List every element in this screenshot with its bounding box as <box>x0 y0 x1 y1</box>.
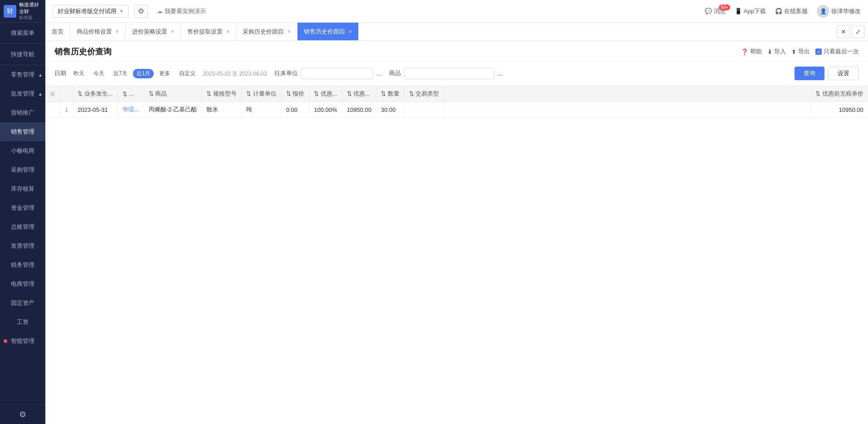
col-type[interactable]: ⇅ 交易类型 <box>404 86 444 102</box>
customer-service-button[interactable]: 🎧 在线客服 <box>775 7 808 15</box>
sidebar-item-invoice[interactable]: 发票管理 <box>0 236 45 255</box>
tabbar: 首页 商品价格设置 × 进价策略设置 × 售价提取设置 × 采购历史价跟踪 × … <box>45 23 868 41</box>
col-discount2[interactable]: ⇅ 优惠... <box>342 86 376 102</box>
row-product: 丙烯酸-2-乙基己酯 <box>144 102 202 118</box>
sidebar-item-assets[interactable]: 固定资产 <box>0 294 45 313</box>
sidebar-item-tax[interactable]: 税务管理 <box>0 255 45 275</box>
help-button[interactable]: ❓ 帮助 <box>741 48 762 56</box>
table-area: ⚙ ⇅ 业务发生... ⇅ ... ⇅ 商品 <box>45 86 868 424</box>
tab-home[interactable]: 首页 <box>45 23 70 41</box>
sidebar-item-ledger[interactable]: 总账管理 <box>0 217 45 236</box>
row-discount1: 100.00% <box>309 102 342 118</box>
version-selector[interactable]: 好业财标准版交付试用 ▼ <box>53 5 129 18</box>
date-buttons: 昨天 今天 近7天 近1月 更多 自定义 <box>70 69 199 78</box>
tab-purchase-strategy[interactable]: 进价策略设置 × <box>126 23 181 41</box>
user-profile-button[interactable]: 👤 徐泽华修改 <box>817 5 861 18</box>
search-menu-label[interactable]: 搜索菜单 <box>4 27 42 39</box>
col-more[interactable]: ⇅ ... <box>117 86 144 102</box>
col-date[interactable]: ⇅ 业务发生... <box>73 86 117 102</box>
col-product[interactable]: ⇅ 商品 <box>144 86 202 102</box>
date-btn-7days[interactable]: 近7天 <box>110 69 131 78</box>
row-gear <box>45 102 60 118</box>
col-seq <box>60 86 73 102</box>
product-dots-button[interactable]: ... <box>497 69 503 77</box>
sidebar-item-payroll[interactable]: 工资 <box>0 313 45 332</box>
col-spacer <box>444 86 811 102</box>
sort-icon-type: ⇅ <box>409 90 414 97</box>
date-btn-1month[interactable]: 近1月 <box>133 69 154 78</box>
sidebar-item-inventory[interactable]: 库存核算 <box>0 179 45 198</box>
logo-text: 畅捷通好业财 标准版 <box>19 1 42 21</box>
col-unit[interactable]: ⇅ 计量单位 <box>242 86 282 102</box>
date-btn-more[interactable]: 更多 <box>156 69 174 78</box>
sidebar-bottom-settings[interactable]: ⚙ <box>0 405 45 424</box>
tab-sales-history[interactable]: 销售历史价跟踪 × <box>297 23 359 41</box>
sidebar-item-ecommerce[interactable]: 电商管理 <box>0 275 45 294</box>
source-input[interactable] <box>301 68 373 79</box>
topbar-right: 💬 消息 99+ 📱 App下载 🎧 在线客服 👤 徐泽华修改 <box>705 5 861 18</box>
sort-icon-qty: ⇅ <box>381 90 386 97</box>
tab-close-price-settings[interactable]: × <box>116 29 119 35</box>
product-filter-label: 商品 <box>389 69 401 77</box>
date-filter-label: 日期 <box>54 69 66 77</box>
sort-icon-spec: ⇅ <box>206 90 211 97</box>
tabbar-end: ✕ ⤢ <box>837 25 868 38</box>
message-badge: 99+ <box>719 5 730 10</box>
sidebar-logo: 财 畅捷通好业财 标准版 <box>0 0 45 23</box>
tab-close-purchase-history[interactable]: × <box>288 29 291 35</box>
tab-purchase-history[interactable]: 采购历史价跟踪 × <box>236 23 297 41</box>
sidebar-item-quick-nav[interactable]: 快捷导航 <box>4 48 42 61</box>
date-btn-custom[interactable]: 自定义 <box>176 69 199 78</box>
sort-icon-price: ⇅ <box>286 90 291 97</box>
row-seq: 1 <box>60 102 73 118</box>
tab-price-settings[interactable]: 商品价格设置 × <box>70 23 126 41</box>
product-input[interactable] <box>404 68 494 79</box>
sidebar: 财 畅捷通好业财 标准版 搜索菜单 快捷导航 零售管理 ▲ 批发管理 ▲ 营销推… <box>0 0 45 424</box>
date-range-display: 2023-05-02 至 2023-06-02 <box>203 70 267 78</box>
col-spec[interactable]: ⇅ 规格型号 <box>202 86 242 102</box>
tab-close-sales-history[interactable]: × <box>349 29 352 35</box>
sidebar-item-retail[interactable]: 零售管理 ▲ <box>0 65 45 84</box>
sidebar-item-ai[interactable]: 智能管理 <box>0 332 45 351</box>
checkbox-check-icon: ✓ <box>815 48 822 55</box>
tab-close-purchase-strategy[interactable]: × <box>171 29 174 35</box>
app-download-button[interactable]: 📱 App下载 <box>735 7 766 15</box>
row-spec: 散水 <box>202 102 242 118</box>
col-discount1[interactable]: ⇅ 优惠... <box>309 86 342 102</box>
date-btn-yesterday[interactable]: 昨天 <box>70 69 88 78</box>
sidebar-item-ecommerce-small[interactable]: 小畅电商 <box>0 141 45 160</box>
avatar: 👤 <box>817 5 829 18</box>
col-price[interactable]: ⇅ 报价 <box>281 86 309 102</box>
tab-sale-price-extract[interactable]: 售价提取设置 × <box>181 23 236 41</box>
col-qty[interactable]: ⇅ 数量 <box>376 86 405 102</box>
tab-close-button[interactable]: ✕ <box>837 25 850 38</box>
row-unit: 吨 <box>242 102 282 118</box>
sidebar-item-wholesale[interactable]: 批发管理 ▲ <box>0 84 45 103</box>
sidebar-item-finance[interactable]: 资金管理 <box>0 198 45 217</box>
settings-button[interactable]: 设置 <box>828 67 859 80</box>
demo-button[interactable]: ☁ 我要看实例演示 <box>153 7 210 15</box>
sidebar-item-purchase[interactable]: 采购管理 <box>0 160 45 179</box>
sidebar-item-marketing[interactable]: 营销推广 <box>0 103 45 122</box>
message-button[interactable]: 💬 消息 99+ <box>705 7 726 15</box>
tab-close-sale-price-extract[interactable]: × <box>226 29 229 35</box>
source-dots-button[interactable]: ... <box>376 69 382 77</box>
sort-icon: ⇅ <box>78 90 83 97</box>
sort-icon-unit: ⇅ <box>246 90 251 97</box>
service-icon: 🎧 <box>775 8 782 14</box>
retail-arrow-icon: ▲ <box>38 72 43 77</box>
date-btn-today[interactable]: 今天 <box>90 69 108 78</box>
last-only-checkbox[interactable]: ✓ 只看最后一次 <box>815 48 859 56</box>
export-button[interactable]: ⬆ 导出 <box>791 48 810 56</box>
row-type <box>404 102 444 118</box>
import-button[interactable]: ⬇ 导入 <box>767 48 786 56</box>
table-row: 1 2023-05-31 华谊... 丙烯酸-2-乙基己酯 散水 吨 0.00 … <box>45 102 868 118</box>
tab-maximize-button[interactable]: ⤢ <box>852 25 864 38</box>
topbar-settings-btn[interactable]: ⚙ <box>134 5 148 18</box>
gear-col-icon[interactable]: ⚙ <box>50 91 55 97</box>
col-pretax[interactable]: ⇅ 优惠前无税单价 <box>811 86 868 102</box>
sidebar-item-sales[interactable]: 销售管理 <box>0 122 45 141</box>
col-gear: ⚙ <box>45 86 60 102</box>
query-button[interactable]: 查询 <box>795 67 824 80</box>
page-header: 销售历史价查询 ❓ 帮助 ⬇ 导入 ⬆ 导出 ✓ 只看最后一次 <box>45 41 868 61</box>
